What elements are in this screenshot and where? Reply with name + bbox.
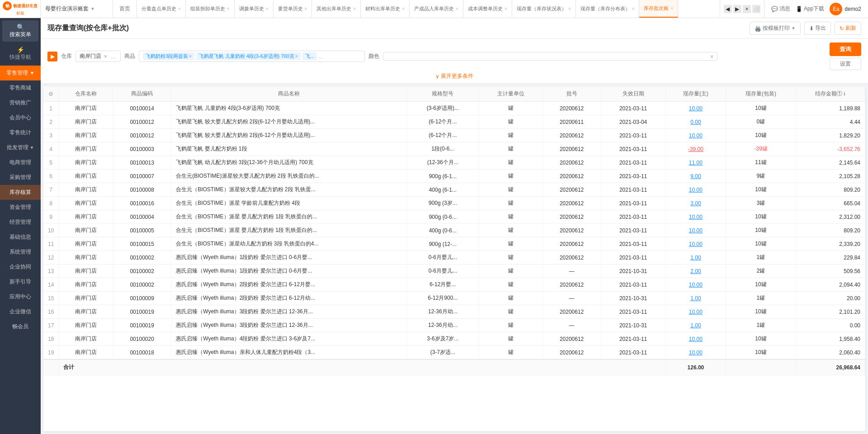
- template-print-btn[interactable]: 🖨️ 按模板打印 ▼: [750, 22, 801, 35]
- row-qty-main[interactable]: 10.00: [665, 224, 726, 237]
- row-qty-main[interactable]: 10.00: [665, 237, 726, 251]
- settings-btn[interactable]: 设置: [830, 58, 861, 70]
- row-qty-main[interactable]: 10.00: [665, 210, 726, 224]
- sidebar-item-marketing[interactable]: 营销推广: [0, 95, 41, 110]
- row-expire: 2021-10-31: [601, 292, 665, 305]
- row-qty-main[interactable]: 10.00: [665, 346, 726, 360]
- sidebar-item-ecommerce[interactable]: 电商管理: [0, 155, 41, 170]
- warehouse-filter-more[interactable]: ...: [111, 53, 115, 60]
- tab-next-btn[interactable]: ▶: [733, 5, 741, 13]
- goods-tag-1-close[interactable]: ×: [189, 54, 192, 59]
- tab-require-close[interactable]: ×: [305, 6, 307, 11]
- sidebar-item-basic[interactable]: 基础信息: [0, 230, 41, 245]
- row-balance: 2,060.40: [796, 346, 865, 360]
- goods-filter-more[interactable]: ...: [319, 53, 323, 60]
- row-code: 00100002: [113, 278, 171, 292]
- tab-other-out-close[interactable]: ×: [353, 6, 356, 11]
- tab-home[interactable]: 首页: [113, 0, 137, 18]
- user-area[interactable]: Ea demo2: [830, 3, 861, 15]
- table-row: 3 南岸门店 00100012 飞鹤星飞帆 较大婴儿配方奶粉 2段(6-12个月…: [43, 129, 865, 142]
- row-qty-main[interactable]: 10.00: [665, 332, 726, 346]
- sidebar-item-enterprise[interactable]: 企业协同: [0, 259, 41, 274]
- row-qty-main[interactable]: 0.00: [665, 115, 726, 129]
- row-qty-main[interactable]: 10.00: [665, 305, 726, 319]
- tab-stock-dist[interactable]: 现存量（库存分布表） ×: [576, 0, 640, 18]
- account-dropdown[interactable]: 母婴行业演示账套 ▼: [41, 0, 113, 18]
- row-balance: 1,958.40: [796, 332, 865, 346]
- tab-prev-btn[interactable]: ◀: [724, 5, 732, 13]
- sidebar-search[interactable]: 🔍 搜索英单: [2, 20, 38, 42]
- row-qty-main[interactable]: 1.00: [665, 319, 726, 332]
- row-qty-main[interactable]: 1.00: [665, 251, 726, 264]
- tab-stock-status-close[interactable]: ×: [568, 6, 571, 11]
- warehouse-filter-input[interactable]: 南岸门店 × ...: [75, 51, 121, 62]
- row-qty-main[interactable]: 10.00: [665, 278, 726, 292]
- sidebar-item-member[interactable]: 会员中心: [0, 110, 41, 125]
- sidebar-item-inventory[interactable]: 库存核算: [0, 185, 41, 200]
- expand-conditions-btn[interactable]: ∨ 展开更多条件: [435, 72, 473, 80]
- sidebar-item-appstore[interactable]: 应用中心: [0, 289, 41, 304]
- sidebar-item-operation[interactable]: 经营管理: [0, 215, 41, 230]
- tab-pick[interactable]: 调拨单历史 ×: [235, 0, 274, 18]
- column-settings-icon[interactable]: ⚙: [48, 91, 53, 97]
- row-name: 飞鹤星飞帆 幼儿配方奶粉 3段(12-36个月幼儿适用) 700克: [171, 156, 407, 170]
- row-qty-main[interactable]: 10.00: [665, 183, 726, 197]
- row-name: 合生元（BIOSTIME）派星幼儿配方奶粉 3段 乳铁蛋白的4...: [171, 237, 407, 251]
- tab-stock-dist-close[interactable]: ×: [632, 6, 635, 11]
- tab-split[interactable]: 分量盘点单历史 ×: [137, 0, 186, 18]
- row-qty-main[interactable]: 9.00: [665, 170, 726, 183]
- row-qty-main[interactable]: 3.00: [665, 197, 726, 210]
- tab-pick-close[interactable]: ×: [266, 6, 269, 11]
- table-row: 16 南岸门店 00100019 惠氏启臻（Wyeth illuma）3段奶粉 …: [43, 305, 865, 319]
- filter-expand-nav[interactable]: ▶: [47, 52, 57, 61]
- row-qty-main[interactable]: 10.00: [665, 102, 726, 115]
- th-setting: ⚙: [43, 86, 59, 102]
- sidebar-item-retail-stat[interactable]: 零售统计: [0, 125, 41, 140]
- refresh-btn[interactable]: ↻ 刷新: [835, 22, 861, 35]
- tab-product-in-close[interactable]: ×: [456, 6, 458, 11]
- goods-filter-input[interactable]: 飞鹤奶粉3段两提装 × 飞鹤星飞帆 儿童奶粉 4段(3-6岁适用) 700克 ×…: [139, 51, 365, 62]
- tab-disassemble[interactable]: 组装拆卸单历史 ×: [186, 0, 235, 18]
- tab-other-out[interactable]: 其他出库单历史 ×: [312, 0, 361, 18]
- tab-cost-adjust[interactable]: 成本调整单历史 ×: [463, 0, 512, 18]
- tab-maximize-btn[interactable]: ⬜: [752, 5, 760, 13]
- sidebar-item-retail-shop[interactable]: 零售商城: [0, 80, 41, 95]
- sidebar-item-finance[interactable]: 资金管理: [0, 200, 41, 215]
- data-table: ⚙ 仓库名称 商品编码 商品名称 规格型号 主计量单位 批号 失效日期 现存量(…: [43, 86, 865, 375]
- tab-cost-adjust-close[interactable]: ×: [505, 6, 507, 11]
- sidebar-item-wechat[interactable]: 企业微信: [0, 304, 41, 319]
- tab-product-in[interactable]: 产成品入库单历史 ×: [410, 0, 463, 18]
- row-qty-main[interactable]: 10.00: [665, 129, 726, 142]
- goods-tag-2-close[interactable]: ×: [295, 54, 298, 59]
- tab-material-out-close[interactable]: ×: [402, 6, 405, 11]
- sidebar-quick-nav[interactable]: ⚡ 快捷导航: [2, 43, 38, 64]
- sidebar-item-retail[interactable]: 零售管理 ▼: [0, 66, 41, 80]
- sidebar-item-system[interactable]: 系统管理: [0, 245, 41, 259]
- app-download-btn[interactable]: 📱 App下载: [796, 5, 824, 13]
- row-qty-main[interactable]: 1.00: [665, 292, 726, 305]
- tab-batch-account-close[interactable]: ×: [670, 6, 673, 11]
- row-qty-main[interactable]: -39.00: [665, 142, 726, 156]
- footer-row: 合计 126.00 26,968.64: [43, 359, 865, 375]
- sidebar-item-wholesale[interactable]: 批发管理 ▼: [0, 140, 41, 155]
- tab-disassemble-close[interactable]: ×: [227, 6, 230, 11]
- message-btn[interactable]: 💬 消息: [771, 5, 790, 13]
- sidebar-item-guide[interactable]: 新手引导: [0, 274, 41, 289]
- table-footer: 合计 126.00 26,968.64: [43, 359, 865, 375]
- export-btn[interactable]: ⬇ 导出: [804, 22, 831, 35]
- tab-stock-status[interactable]: 现存量（库存状况表） ×: [512, 0, 576, 18]
- tab-batch-account[interactable]: 库存批次账 ×: [639, 0, 678, 18]
- row-qty-main[interactable]: 2.00: [665, 264, 726, 278]
- color-filter-input[interactable]: ∨: [383, 52, 717, 61]
- sidebar-item-member2[interactable]: 畅会员: [0, 319, 41, 334]
- tab-split-close[interactable]: ×: [178, 6, 181, 11]
- row-balance: 2,094.40: [796, 278, 865, 292]
- query-btn[interactable]: 查询: [830, 42, 861, 56]
- tab-require[interactable]: 要货单历史 ×: [274, 0, 312, 18]
- sidebar-item-purchase[interactable]: 采购管理: [0, 170, 41, 185]
- row-qty-main[interactable]: 11.00: [665, 156, 726, 170]
- balance-info-icon[interactable]: ℹ: [844, 91, 845, 96]
- tab-close-all-btn[interactable]: ×: [743, 5, 751, 13]
- warehouse-filter-close[interactable]: ×: [104, 53, 107, 60]
- tab-material-out[interactable]: 材料出库单历史 ×: [361, 0, 410, 18]
